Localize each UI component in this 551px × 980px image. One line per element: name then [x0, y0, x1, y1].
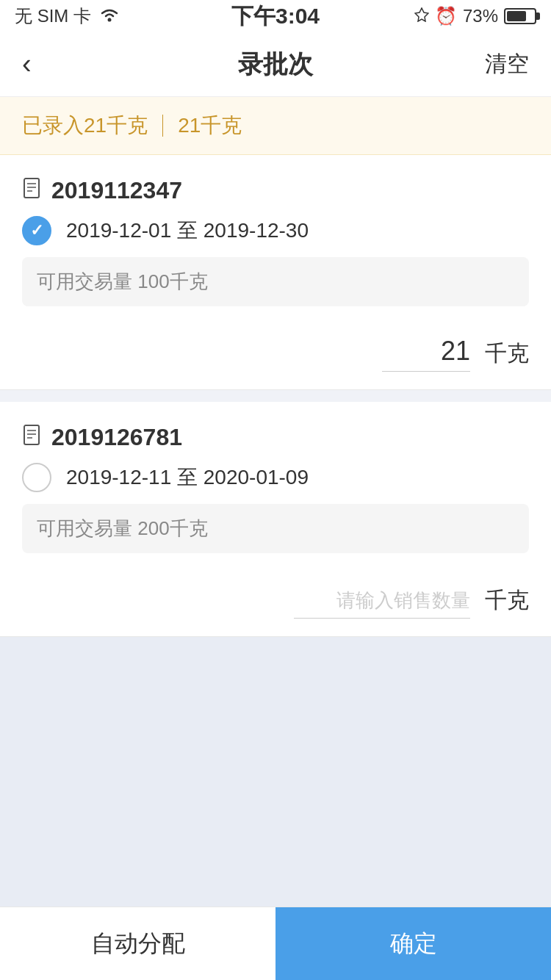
status-right: ⏰ 73% [414, 6, 536, 26]
batch-1-header: 2019112347 [22, 177, 529, 204]
svg-rect-1 [24, 179, 39, 198]
batch-2-header: 2019126781 [22, 424, 529, 451]
nav-bar: ‹ 录批次 清空 [0, 32, 551, 97]
batch-2-id: 2019126781 [51, 424, 182, 451]
batch-1-radio[interactable]: ✓ [22, 216, 51, 245]
location-icon [414, 6, 429, 26]
summary-divider [162, 115, 163, 137]
wifi-icon [98, 6, 120, 26]
batch-2-unit: 千克 [485, 586, 529, 616]
batch-2-quantity-underline [294, 583, 470, 619]
batch-2-card: 2019126781 2019-12-11 至 2020-01-09 可用交易量… [0, 402, 551, 636]
svg-rect-5 [24, 425, 39, 444]
status-time: 下午3:04 [231, 1, 320, 32]
confirm-button[interactable]: 确定 [276, 907, 551, 980]
batch-2-date-range: 2019-12-11 至 2020-01-09 [66, 464, 309, 491]
batch-1-row: ✓ 2019-12-01 至 2019-12-30 [22, 216, 529, 245]
batch-2-quantity-row: 千克 [22, 568, 529, 636]
carrier-label: 无 SIM 卡 [15, 4, 91, 28]
recorded-amount: 已录入21千克 [22, 112, 148, 140]
page-wrapper: 无 SIM 卡 下午3:04 ⏰ 73% ‹ 录批次 [0, 0, 551, 980]
total-amount: 21千克 [178, 112, 242, 140]
batch-1-unit: 千克 [485, 339, 529, 369]
batch-1-quantity-row: 千克 [22, 321, 529, 389]
bottom-spacer [0, 637, 551, 907]
batch-1-id: 2019112347 [51, 177, 182, 204]
batch-2-radio[interactable] [22, 463, 51, 492]
batch-2-quantity-input[interactable] [294, 583, 470, 613]
batch-2-availability: 可用交易量 200千克 [22, 504, 529, 553]
batch-2-section: 2019126781 2019-12-11 至 2020-01-09 可用交易量… [0, 402, 551, 637]
footer: 自动分配 确定 [0, 907, 551, 980]
batch-1-check-icon: ✓ [30, 221, 43, 240]
alarm-icon: ⏰ [435, 6, 457, 26]
battery-label: 73% [463, 6, 498, 26]
back-button[interactable]: ‹ [22, 48, 32, 80]
section-divider [0, 390, 551, 402]
page-title: 录批次 [238, 48, 313, 82]
svg-point-0 [108, 18, 112, 22]
auto-assign-button[interactable]: 自动分配 [0, 907, 276, 980]
status-left: 无 SIM 卡 [15, 4, 120, 28]
batch-1-quantity-underline [382, 336, 470, 372]
batch-1-card: 2019112347 ✓ 2019-12-01 至 2019-12-30 可用交… [0, 155, 551, 389]
batch-2-row: 2019-12-11 至 2020-01-09 [22, 463, 529, 492]
batch-2-doc-icon [22, 424, 44, 451]
summary-banner: 已录入21千克 21千克 [0, 97, 551, 155]
batch-1-availability: 可用交易量 100千克 [22, 257, 529, 306]
batch-1-quantity-input[interactable] [382, 336, 470, 367]
batch-1-doc-icon [22, 177, 44, 204]
batch-1-date-range: 2019-12-01 至 2019-12-30 [66, 217, 309, 245]
battery-icon [504, 8, 536, 24]
clear-button[interactable]: 清空 [485, 49, 529, 79]
status-bar: 无 SIM 卡 下午3:04 ⏰ 73% [0, 0, 551, 32]
batch-1-section: 2019112347 ✓ 2019-12-01 至 2019-12-30 可用交… [0, 155, 551, 390]
